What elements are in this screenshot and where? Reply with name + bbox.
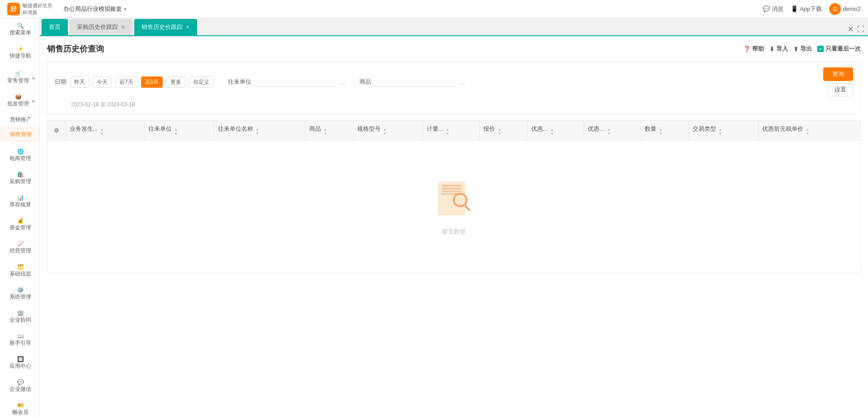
col-discount1[interactable]: 优惠... ▲▼ [527,120,584,141]
message-button[interactable]: 💬 消息 [763,5,783,13]
col-gear[interactable]: ⚙ [47,120,66,141]
sort-icon-biz-date[interactable]: ▲▼ [100,128,104,136]
filter-row: 日期 昨天 今天 近7天 近1月 更多 自定义 往来单位 ... 商品 ... [55,67,853,96]
sidebar-item-apps[interactable]: 🔲 应用中心 [0,352,39,375]
export-button[interactable]: ⬆ 导出 [793,45,812,53]
product-dots[interactable]: ... [460,79,465,86]
product-input[interactable] [375,77,456,87]
purchase-icon: 🛍️ [17,171,24,178]
sidebar-item-guide[interactable]: 📖 新手引导 [0,328,39,352]
col-partner-code-label: 往来单位 [148,125,172,132]
sidebar-item-purchase[interactable]: 🛍️ 采购管理 [0,167,39,190]
query-button[interactable]: 查询 [823,67,853,81]
sidebar-item-marketing[interactable]: 营销推广 [0,112,39,127]
tab-bar: 首页 采购历史价跟踪 ✕ 销售历史价跟踪 ✕ ✕ ⛶ [40,18,868,36]
checkbox-teal-icon [817,46,824,52]
empty-text: 暂无数据 [442,228,466,236]
sort-icon-partner-name[interactable]: ▲▼ [255,128,259,136]
sidebar-item-system[interactable]: ⚙️ 系统管理 [0,282,39,305]
page-title-actions: ❓ 帮助 ⬇ 导入 ⬆ 导出 只看最后一次 [743,45,861,53]
app-download-button[interactable]: 📱 App下载 [791,5,822,13]
sidebar-item-ecommerce[interactable]: 🌐 电商管理 [0,144,39,167]
import-button[interactable]: ⬇ 导入 [769,45,788,53]
sidebar-item-enterprise[interactable]: 🏢 企业协同 [0,305,39,328]
sort-icon-spec[interactable]: ▲▼ [383,128,387,136]
sidebar: 🔍 搜索菜单 ⚡ 快捷导航 🛒 零售管理 ▲ 📦 批发管理 ▲ 营销推广 销售管 [0,18,40,418]
sidebar-wholesale-label: 📦 批发管理 [5,94,31,108]
guide-icon: 📖 [17,333,24,339]
sidebar-item-wholesale[interactable]: 📦 批发管理 ▲ [0,89,39,112]
logo-icon: 好 [7,3,20,15]
col-product[interactable]: 商品 ▲▼ [306,120,353,141]
enterprise-icon: 🏢 [17,310,24,316]
sort-icon-quote[interactable]: ▲▼ [498,128,501,136]
avatar: D [829,3,841,15]
sort-icon-quantity[interactable]: ▲▼ [659,128,663,136]
operations-icon: 📈 [17,241,24,247]
col-partner-name[interactable]: 往来单位名称 ▲▼ [214,120,305,141]
col-biz-date[interactable]: 业务发生... ▲▼ [66,120,144,141]
last-only-checkbox[interactable]: 只看最后一次 [817,45,861,53]
sidebar-item-members[interactable]: 🎫 畅会员 [0,398,39,418]
col-partner-code[interactable]: 往来单位 ▲▼ [144,120,214,141]
partner-input[interactable] [255,77,336,87]
sort-icon-discount2[interactable]: ▲▼ [607,128,611,136]
sidebar-item-quick-nav[interactable]: ⚡ 快捷导航 [0,41,39,64]
top-bar: 好 畅捷通好生意 标准版 办公用品行业模拟账套 ▾ 💬 消息 📱 App下载 D… [0,0,868,18]
col-quote-label: 报价 [483,125,495,132]
date-1month-btn[interactable]: 近1月 [141,76,163,88]
partner-dots[interactable]: ... [340,79,345,86]
last-only-label: 只看最后一次 [826,45,861,53]
tab-purchase-close-button[interactable]: ✕ [121,24,125,30]
col-quote[interactable]: 报价 ▲▼ [480,120,527,141]
tab-sales-close-button[interactable]: ✕ [185,24,190,30]
page-title-row: 销售历史价查询 ❓ 帮助 ⬇ 导入 ⬆ 导出 [47,43,861,54]
sort-icon-trade-type[interactable]: ▲▼ [718,128,722,136]
date-more-btn[interactable]: 更多 [166,76,185,88]
sort-icon-partner-code[interactable]: ▲▼ [174,128,178,136]
col-pretax-price[interactable]: 优惠前无税单价 ▲▼ [758,120,860,141]
tab-purchase-history[interactable]: 采购历史价跟踪 ✕ [70,19,132,35]
sidebar-item-inventory[interactable]: 📊 库存核算 [0,190,39,213]
col-product-label: 商品 [309,125,321,132]
content-area: 首页 采购历史价跟踪 ✕ 销售历史价跟踪 ✕ ✕ ⛶ 销售历史价查询 [40,18,868,418]
sidebar-item-search[interactable]: 🔍 搜索菜单 [0,18,39,41]
sidebar-item-sales[interactable]: 销售管理 [0,127,39,142]
close-tab-button[interactable]: ✕ [848,25,854,33]
sidebar-item-wechat[interactable]: 💬 企业微信 [0,375,39,398]
col-spec[interactable]: 规格型号 ▲▼ [353,120,423,141]
empty-illustration [431,177,476,222]
sort-icon-pretax-price[interactable]: ▲▼ [806,128,809,136]
col-partner-name-label: 往来单位名称 [218,125,253,132]
col-trade-type[interactable]: 交易类型 ▲▼ [689,120,758,141]
sidebar-label-search: 搜索菜单 [9,29,31,37]
col-quantity[interactable]: 数量 ▲▼ [641,120,689,141]
col-spec-label: 规格型号 [357,125,381,132]
col-trade-type-label: 交易类型 [693,125,716,132]
nav-icon: ⚡ [17,46,24,52]
maximize-button[interactable]: ⛶ [857,25,864,33]
col-unit[interactable]: 计量... ▲▼ [423,120,480,141]
date-custom-btn[interactable]: 自定义 [189,76,213,88]
chevron-up-icon-2: ▲ [31,98,36,103]
export-label: 导出 [800,45,812,53]
date-7days-btn[interactable]: 近7天 [115,76,137,88]
col-discount2[interactable]: 优惠... ▲▼ [584,120,641,141]
sort-icon-product[interactable]: ▲▼ [324,128,327,136]
settings-button[interactable]: 设置 [828,83,853,96]
sidebar-item-operations[interactable]: 📈 经营管理 [0,236,39,259]
date-yesterday-btn[interactable]: 昨天 [70,76,89,88]
sidebar-item-finance[interactable]: 💰 资金管理 [0,213,39,236]
sort-icon-discount1[interactable]: ▲▼ [550,128,554,136]
tab-sales-history[interactable]: 销售历史价跟踪 ✕ [134,19,197,35]
sidebar-item-basics[interactable]: 🗂️ 基础信息 [0,259,39,282]
sidebar-label-quick-nav: 快捷导航 [9,52,31,60]
gear-icon[interactable]: ⚙ [54,127,59,134]
date-today-btn[interactable]: 今天 [93,76,112,88]
sort-icon-unit[interactable]: ▲▼ [446,128,449,136]
sidebar-item-retail[interactable]: 🛒 零售管理 ▲ [0,66,39,89]
breadcrumb-area: 办公用品行业模拟账套 ▾ [63,5,127,13]
user-menu[interactable]: D demo2 [829,3,861,15]
help-button[interactable]: ❓ 帮助 [743,45,764,53]
tab-home[interactable]: 首页 [42,19,68,35]
